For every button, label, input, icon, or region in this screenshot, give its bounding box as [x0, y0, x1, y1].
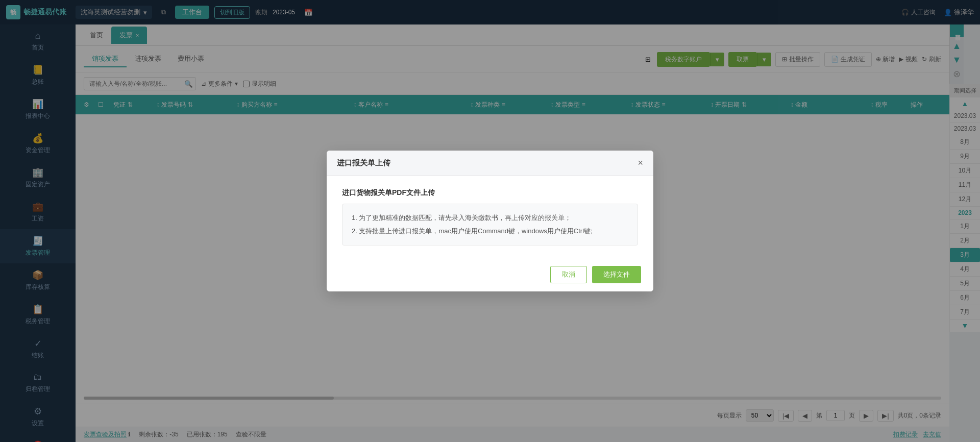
modal-info-box: 1. 为了更加精准的数据匹配，请先录入海关缴款书，再上传对应的报关单； 2. 支…: [342, 204, 638, 245]
modal-body: 进口货物报关单PDF文件上传 1. 为了更加精准的数据匹配，请先录入海关缴款书，…: [327, 176, 653, 258]
modal-info-item-1: 1. 为了更加精准的数据匹配，请先录入海关缴款书，再上传对应的报关单；: [352, 211, 628, 225]
modal-title: 进口报关单上传: [337, 158, 390, 168]
import-modal: 进口报关单上传 × 进口货物报关单PDF文件上传 1. 为了更加精准的数据匹配，…: [327, 151, 653, 291]
modal-info-list: 1. 为了更加精准的数据匹配，请先录入海关缴款书，再上传对应的报关单； 2. 支…: [352, 211, 628, 238]
modal-close-button[interactable]: ×: [638, 158, 643, 168]
modal-footer: 取消 选择文件: [327, 258, 653, 291]
modal-info-item-2: 2. 支持批量上传进口报关单，mac用户使用Command键，windows用户…: [352, 225, 628, 238]
select-file-button[interactable]: 选择文件: [592, 266, 641, 283]
modal-header: 进口报关单上传 ×: [327, 151, 653, 176]
cancel-button[interactable]: 取消: [550, 266, 587, 283]
modal-section-title: 进口货物报关单PDF文件上传: [342, 188, 638, 198]
modal-overlay: 进口报关单上传 × 进口货物报关单PDF文件上传 1. 为了更加精准的数据匹配，…: [0, 0, 980, 442]
